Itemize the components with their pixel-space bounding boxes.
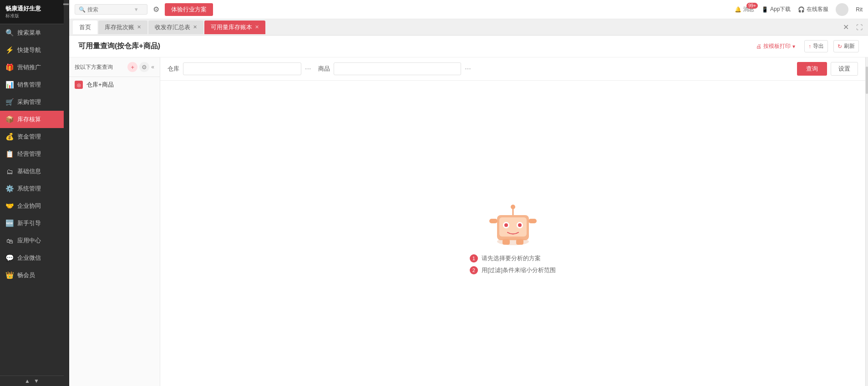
sidebar-scroll-down[interactable]: ▼	[34, 378, 39, 384]
tab-home-label: 首页	[79, 23, 91, 31]
sidebar-logo: 畅康通好生意 标准版	[0, 0, 64, 24]
tab-available-ledger[interactable]: 可用量库存账本 ✕	[204, 21, 265, 34]
sidebar-scroll-up[interactable]: ▲	[25, 378, 30, 384]
dropdown-arrow-icon[interactable]: ▾	[792, 43, 795, 50]
sidebar-item-enterprise[interactable]: 🤝 企业协同	[0, 197, 64, 215]
sidebar-item-label: 新手引导	[17, 219, 41, 227]
username-label[interactable]: Rit	[856, 6, 863, 13]
export-button[interactable]: ↑ 导出	[804, 40, 828, 52]
notification-button[interactable]: 🔔 消息 99+	[735, 5, 754, 13]
scheme-item-warehouse-product[interactable]: ◎ 仓库+商品	[69, 77, 160, 93]
column-settings-button[interactable]: 设置	[831, 62, 858, 76]
tab-home[interactable]: 首页	[73, 21, 97, 34]
phone-icon: 📱	[761, 6, 768, 13]
scrollbar-thumb[interactable]	[866, 67, 868, 94]
warehouse-more-button[interactable]: ···	[305, 65, 311, 73]
content-area: 按以下方案查询 + ⚙ « ◎ 仓库+商品	[69, 57, 868, 386]
sidebar-item-basic[interactable]: 🗂 基础信息	[0, 163, 64, 180]
sidebar-item-label: 库存核算	[17, 115, 41, 124]
settings-icon[interactable]: ⚙	[151, 3, 161, 15]
sidebar-item-newbie[interactable]: 🆕 新手引导	[0, 215, 64, 232]
topbar-search-box[interactable]: 🔍 ▾	[75, 4, 147, 15]
clipboard-icon: 📋	[5, 150, 14, 158]
collapse-panel-button[interactable]: «	[151, 64, 154, 70]
dropdown-arrow-icon[interactable]: ▾	[135, 6, 138, 13]
sidebar-item-inventory[interactable]: 📦 库存核算	[0, 111, 64, 128]
sidebar-item-label: 应用中心	[17, 237, 41, 245]
product-more-button[interactable]: ···	[465, 65, 471, 73]
product-input[interactable]	[334, 62, 461, 75]
right-scrollbar[interactable]	[865, 57, 868, 386]
sidebar-scroll: 🔍 搜索菜单 ⚡ 快捷导航 🎁 营销推广 📊 销售管理 🛒 采购管理 📦 库存核…	[0, 24, 64, 376]
plus-icon: +	[131, 64, 135, 71]
tab-expand-button[interactable]: ⛶	[854, 23, 864, 32]
template-print-label: 按模板打印	[763, 42, 791, 50]
product-label: 商品	[318, 65, 330, 73]
scroll-handle[interactable]: ▐	[64, 2, 69, 5]
scheme-item-label: 仓库+商品	[86, 81, 114, 89]
sidebar-item-label: 快捷导航	[17, 46, 41, 54]
sidebar: 畅康通好生意 标准版 🔍 搜索菜单 ⚡ 快捷导航 🎁 营销推广 📊 销售管理 🛒…	[0, 0, 64, 386]
app-download-label: App下载	[770, 5, 791, 13]
tip-text-2: 用[过滤]条件来缩小分析范围	[482, 266, 556, 274]
crown-icon: 👑	[5, 271, 14, 279]
tabbar: 首页 库存批次账 ✕ 收发存汇总表 ✕ 可用量库存账本 ✕ ✕ ⛶	[69, 19, 868, 36]
sidebar-item-appstore[interactable]: 🛍 应用中心	[0, 232, 64, 249]
box-icon: 📦	[5, 115, 14, 124]
avatar[interactable]	[836, 3, 848, 16]
tab-batch-ledger[interactable]: 库存批次账 ✕	[98, 21, 147, 34]
tip-number-1: 1	[470, 254, 478, 262]
svg-rect-12	[516, 239, 523, 245]
warehouse-input[interactable]	[183, 62, 301, 75]
tab-available-ledger-close[interactable]: ✕	[255, 24, 259, 30]
cart-icon: 🛒	[5, 98, 14, 106]
sidebar-item-finance[interactable]: 💰 资金管理	[0, 128, 64, 145]
tab-close-all-button[interactable]: ✕	[841, 22, 851, 32]
template-print-button[interactable]: 🖨 按模板打印 ▾	[752, 41, 799, 52]
online-service-button[interactable]: 🎧 在线客服	[798, 5, 828, 13]
tip-number-2: 2	[470, 266, 478, 274]
svg-rect-9	[489, 219, 497, 223]
tip-text-1: 请先选择要分析的方案	[482, 254, 541, 262]
logo-title: 畅康通好生意	[5, 5, 58, 13]
right-panel: 仓库 ··· 商品 ··· 查询 设置	[160, 57, 865, 386]
tab-batch-ledger-close[interactable]: ✕	[137, 24, 141, 30]
topbar-right: 🔔 消息 99+ 📱 App下载 🎧 在线客服 Rit	[735, 3, 863, 16]
app-download-button[interactable]: 📱 App下载	[761, 5, 791, 13]
sidebar-scroll-strip: ▐	[64, 0, 69, 386]
empty-state: 1 请先选择要分析的方案 2 用[过滤]条件来缩小分析范围	[160, 81, 865, 386]
add-scheme-button[interactable]: +	[127, 62, 137, 72]
service-label: 在线客服	[807, 5, 828, 13]
tabbar-right: ✕ ⛶	[841, 22, 864, 32]
sidebar-item-system[interactable]: ⚙️ 系统管理	[0, 180, 64, 197]
sidebar-item-purchase[interactable]: 🛒 采购管理	[0, 93, 64, 111]
print-icon: 🖨	[756, 43, 761, 50]
notification-badge: 99+	[746, 3, 758, 9]
sidebar-item-wechat[interactable]: 💬 企业微信	[0, 249, 64, 267]
refresh-button[interactable]: ↻ 刷新	[833, 40, 859, 52]
trial-industry-button[interactable]: 体验行业方案	[165, 3, 213, 16]
query-button[interactable]: 查询	[797, 62, 827, 76]
empty-tips: 1 请先选择要分析的方案 2 用[过滤]条件来缩小分析范围	[470, 254, 556, 274]
page-title: 可用量查询(按仓库+商品)	[78, 41, 160, 51]
sidebar-item-search[interactable]: 🔍 搜索菜单	[0, 24, 64, 41]
sidebar-item-marketing[interactable]: 🎁 营销推广	[0, 59, 64, 76]
warehouse-filter-field: 仓库 ···	[168, 62, 311, 75]
svg-point-6	[518, 223, 522, 227]
search-icon: 🔍	[79, 6, 86, 13]
money-icon: 💰	[5, 133, 14, 141]
sidebar-item-label: 销售管理	[17, 81, 41, 89]
sidebar-item-shortcut[interactable]: ⚡ 快捷导航	[0, 41, 64, 59]
sidebar-item-label: 系统管理	[17, 185, 41, 193]
tab-recv-summary-close[interactable]: ✕	[193, 24, 197, 30]
sidebar-item-member[interactable]: 👑 畅会员	[0, 267, 64, 284]
sidebar-item-sales[interactable]: 📊 销售管理	[0, 76, 64, 93]
product-filter-field: 商品 ···	[318, 62, 471, 75]
folder-icon: 🗂	[5, 168, 14, 175]
tab-recv-summary[interactable]: 收发存汇总表 ✕	[148, 21, 203, 34]
scheme-settings-button[interactable]: ⚙	[139, 62, 149, 72]
export-icon: ↑	[808, 43, 811, 50]
topbar-search-input[interactable]	[87, 6, 133, 13]
sidebar-item-operations[interactable]: 📋 经营管理	[0, 145, 64, 163]
scheme-item-icon: ◎	[75, 81, 83, 89]
